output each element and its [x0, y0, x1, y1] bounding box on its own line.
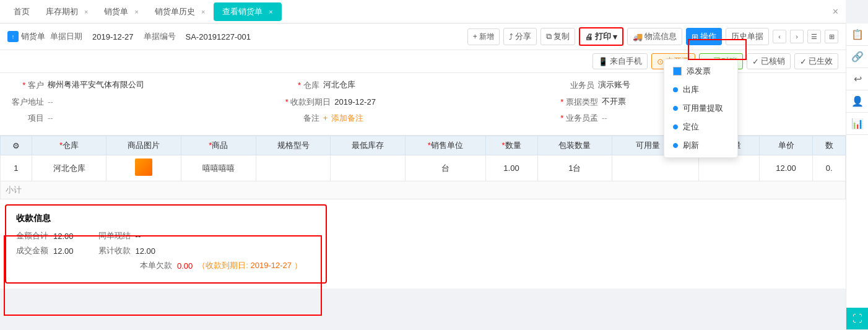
- sidebar-icon-4[interactable]: 👤: [846, 90, 868, 113]
- refresh-label: 刷新: [683, 140, 699, 151]
- col-sale-unit: *销售单位: [405, 136, 485, 155]
- copy-button[interactable]: ⧉ 复制: [540, 28, 575, 45]
- col-amount: 数: [813, 136, 846, 155]
- cumulative-value: 12.00: [136, 246, 156, 256]
- col-package: 包装数量: [537, 136, 612, 155]
- col-settings[interactable]: ⚙: [1, 136, 32, 155]
- col-price: 单价: [759, 136, 813, 155]
- print-button[interactable]: 🖨 打印 ▾: [579, 27, 623, 46]
- tab-home-label: 首页: [14, 6, 30, 17]
- col-spec: 规格型号: [256, 136, 331, 155]
- grid-view-button[interactable]: ⊞: [825, 30, 838, 43]
- share-icon: ⤴: [509, 32, 513, 41]
- row-min-stock: [331, 155, 406, 181]
- cancelled-button[interactable]: ✓ 已核销: [747, 53, 791, 69]
- history-button[interactable]: 历史单据: [726, 28, 769, 45]
- number-label: 单据编号: [144, 31, 176, 42]
- sidebar-icon-1[interactable]: 📋: [846, 24, 868, 46]
- tab-sales-history[interactable]: 销货单历史 ×: [147, 2, 212, 21]
- warehouse-value[interactable]: 河北仓库: [323, 79, 355, 91]
- phone-icon: 📱: [598, 57, 608, 66]
- warehouse-field: * 仓库 河北仓库: [285, 79, 561, 91]
- tab-inventory-label: 库存期初: [46, 6, 78, 17]
- total-label: 金额合计: [16, 230, 48, 241]
- dropdown-refresh[interactable]: 刷新: [664, 136, 737, 155]
- dropdown-available[interactable]: 可用量提取: [664, 99, 737, 118]
- bottom-panel: 收款信息 金额合计 12.00 同单现结 -- 成交金额 12.00: [0, 199, 846, 289]
- sidebar-icon-5[interactable]: 📊: [846, 113, 868, 135]
- row-spec: [256, 155, 331, 181]
- dropdown-add-invoice[interactable]: 添发票: [664, 62, 737, 80]
- tab-sales[interactable]: 销货单 ×: [97, 2, 145, 21]
- address-value[interactable]: --: [48, 97, 53, 107]
- row-price: 12.00: [759, 155, 813, 181]
- window-close-button[interactable]: ×: [833, 6, 838, 17]
- payment-date-field: * 收款到期日 2019-12-27: [285, 97, 561, 108]
- staff-value[interactable]: 演示账号: [598, 79, 630, 91]
- customer-label: * 客户: [10, 80, 44, 91]
- tab-view-sales[interactable]: 查看销货单 ×: [214, 2, 281, 21]
- settlement: 同单现结 --: [98, 230, 141, 241]
- row-warehouse: 河北仓库: [32, 155, 106, 181]
- subtotal-row: 小计: [1, 181, 846, 199]
- effective-button[interactable]: ✓ 已生效: [794, 53, 838, 69]
- row-product: 嘻嘻嘻嘻: [181, 155, 256, 181]
- payment-row-3: 本单欠款 0.00 （收款到期日: 2019-12-27 ）: [16, 260, 316, 271]
- ticket-type-value[interactable]: 不开票: [602, 96, 626, 108]
- tab-sales-close[interactable]: ×: [134, 8, 138, 15]
- add-note-button[interactable]: + 添加备注: [323, 113, 363, 124]
- settlement-label: 同单现结: [98, 230, 131, 241]
- dropdown-locate[interactable]: 定位: [664, 118, 737, 136]
- project-value[interactable]: --: [48, 113, 53, 123]
- logistics-button[interactable]: 🚚 物流信息: [627, 28, 682, 45]
- dropdown-outbound[interactable]: 出库: [664, 80, 737, 99]
- payment-date-label: * 收款到期日: [285, 97, 331, 108]
- sales-doc-icon: ↑: [7, 31, 19, 42]
- tab-inventory[interactable]: 库存期初 ×: [38, 2, 95, 21]
- tab-bar: 首页 库存期初 × 销货单 × 销货单历史 × 查看销货单 × ×: [0, 0, 846, 24]
- prev-button[interactable]: ‹: [773, 30, 786, 43]
- gear-icon[interactable]: ⚙: [12, 141, 20, 150]
- cumulative-label: 累计收款: [98, 245, 131, 256]
- from-phone-button[interactable]: 📱 来自手机: [592, 53, 648, 69]
- col-warehouse: *仓库: [32, 136, 106, 155]
- next-button[interactable]: ›: [790, 30, 804, 43]
- list-view-button[interactable]: ☰: [807, 30, 821, 43]
- subtotal-label: 小计: [1, 181, 846, 199]
- share-button[interactable]: ⤴ 分享: [503, 28, 537, 45]
- print-icon: 🖨: [585, 32, 593, 41]
- add-note-icon: +: [323, 113, 328, 123]
- col-image: 商品图片: [106, 136, 181, 155]
- date-label: 单据日期: [50, 31, 82, 42]
- doc-type-label: 销货单: [21, 31, 45, 42]
- col-quantity: *数量: [485, 136, 537, 155]
- row-package: 1台: [537, 155, 612, 181]
- ticket-type-label: * 票据类型: [560, 97, 598, 108]
- table-row[interactable]: 1 河北仓库 嘻嘻嘻嘻 台 1.00 1台 12.00: [1, 155, 846, 181]
- product-image: [135, 158, 152, 176]
- staff2-value[interactable]: --: [602, 113, 607, 123]
- row-sale-unit: 台: [405, 155, 485, 181]
- doc-meta: 单据日期 2019-12-27 单据编号 SA-20191227-001: [50, 31, 462, 42]
- operate-icon: ⊞: [692, 32, 698, 41]
- tab-home[interactable]: 首页: [6, 2, 37, 21]
- new-button[interactable]: + 新增: [467, 28, 500, 45]
- doc-toolbar: ↑ 销货单 单据日期 2019-12-27 单据编号 SA-20191227-0…: [0, 24, 846, 50]
- tab-view-sales-close[interactable]: ×: [269, 8, 272, 15]
- owed-label: 本单欠款: [140, 260, 172, 271]
- payment-info-title: 收款信息: [16, 213, 316, 224]
- doc-type-tag: ↑ 销货单: [7, 31, 45, 42]
- sidebar-icon-2[interactable]: 🔗: [846, 46, 868, 68]
- sidebar-icon-3[interactable]: ↩: [846, 68, 868, 90]
- add-note-text: 添加备注: [331, 113, 363, 123]
- address-field: 客户地址 --: [10, 97, 285, 108]
- payment-date-value[interactable]: 2019-12-27: [334, 97, 376, 107]
- unchecked-icon: ⊙: [657, 57, 664, 66]
- customer-value[interactable]: 柳州粤港平安气体有限公司: [48, 79, 144, 91]
- tab-sales-history-close[interactable]: ×: [201, 8, 205, 15]
- operate-button[interactable]: ⊞ 操作: [686, 28, 722, 45]
- tab-inventory-close[interactable]: ×: [84, 8, 88, 15]
- row-image: [106, 155, 181, 181]
- warehouse-label: * 仓库: [285, 80, 319, 91]
- sidebar-expand-button[interactable]: ⛶: [846, 308, 868, 330]
